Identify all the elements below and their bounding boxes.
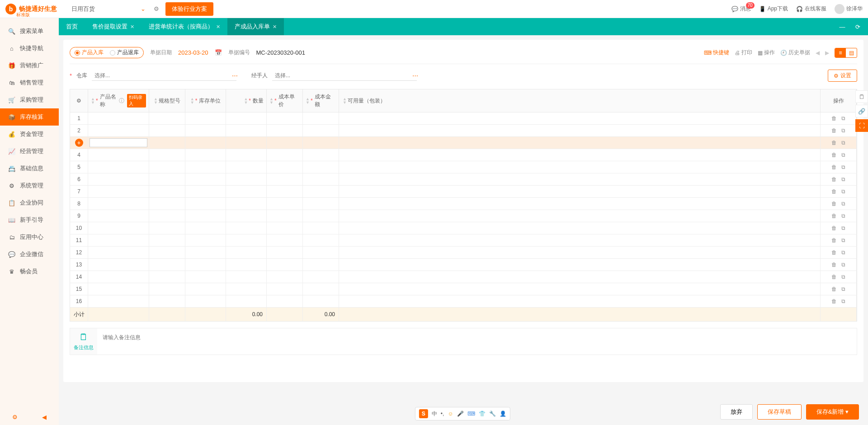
delete-icon[interactable]: 🗑 <box>831 237 837 243</box>
copy-icon[interactable]: ⧉ <box>841 164 845 170</box>
cell-name[interactable] <box>88 222 149 234</box>
view-list-button[interactable]: ≡ <box>835 48 846 57</box>
table-row[interactable]: 5🗑⧉ <box>70 161 857 173</box>
tool-note-icon[interactable]: 🗒 <box>855 90 868 103</box>
cell-amount[interactable] <box>303 198 339 210</box>
calendar-icon[interactable]: 📅 <box>215 49 222 56</box>
col-amount[interactable]: ▲▼ *成本金额 <box>303 89 339 112</box>
delete-icon[interactable]: 🗑 <box>831 176 837 182</box>
cell-spec[interactable] <box>149 186 185 197</box>
sidebar-item[interactable]: ⌂快捷导航 <box>0 40 59 57</box>
sidebar-item[interactable]: 📖新手引导 <box>0 211 59 229</box>
cell-unit[interactable] <box>185 222 226 234</box>
cell-spec[interactable] <box>149 137 185 149</box>
delete-icon[interactable]: 🗑 <box>831 152 837 158</box>
table-row[interactable]: 10🗑⧉ <box>70 222 857 234</box>
category-select[interactable]: 日用百货 ⌄ <box>68 3 149 15</box>
tool-link-icon[interactable]: 🔗 <box>855 105 868 117</box>
cell-amount[interactable] <box>303 112 339 124</box>
settings-button[interactable]: ⚙ 设置 <box>828 70 857 82</box>
cell-unit[interactable] <box>185 271 226 283</box>
cell-unit[interactable] <box>185 161 226 173</box>
sidebar-item[interactable]: 📇基础信息 <box>0 160 59 177</box>
cell-price[interactable] <box>267 149 303 161</box>
close-icon[interactable]: ✕ <box>130 24 134 30</box>
cell-unit[interactable] <box>185 210 226 222</box>
copy-icon[interactable]: ⧉ <box>841 249 845 256</box>
cell-amount[interactable] <box>303 186 339 197</box>
cell-qty[interactable] <box>226 234 267 246</box>
cell-spec[interactable] <box>149 259 185 271</box>
cell-amount[interactable] <box>303 161 339 173</box>
col-qty[interactable]: ▲▼ *数量 <box>226 89 267 112</box>
cell-price[interactable] <box>267 210 303 222</box>
table-row[interactable]: 16🗑⧉ <box>70 295 857 308</box>
cell-spec[interactable] <box>149 198 185 210</box>
cell-qty[interactable] <box>226 149 267 161</box>
app-download-button[interactable]: 📱 App下载 <box>759 5 788 13</box>
cell-spec[interactable] <box>149 112 185 124</box>
cell-amount[interactable] <box>303 271 339 283</box>
cell-available[interactable] <box>339 295 821 307</box>
cell-available[interactable] <box>339 161 821 173</box>
cell-amount[interactable] <box>303 283 339 295</box>
delete-icon[interactable]: 🗑 <box>831 274 837 280</box>
prev-icon[interactable]: ◀ <box>816 50 820 56</box>
sidebar-item[interactable]: 💰资金管理 <box>0 126 59 143</box>
cell-available[interactable] <box>339 112 821 124</box>
cell-unit[interactable] <box>185 295 226 307</box>
operate-button[interactable]: ▦ 操作 <box>758 49 775 56</box>
cell-qty[interactable] <box>226 186 267 197</box>
cell-amount[interactable] <box>303 125 339 136</box>
cell-available[interactable] <box>339 271 821 283</box>
cell-available[interactable] <box>339 247 821 258</box>
cell-spec[interactable] <box>149 161 185 173</box>
cell-price[interactable] <box>267 259 303 271</box>
copy-icon[interactable]: ⧉ <box>841 127 845 134</box>
sidebar-settings-icon[interactable]: ⚙ <box>12 414 18 420</box>
cell-available[interactable] <box>339 283 821 295</box>
cell-name[interactable] <box>88 125 149 136</box>
sidebar-item[interactable]: 📦库存核算 <box>0 108 59 126</box>
copy-icon[interactable]: ⧉ <box>841 237 845 243</box>
cell-available[interactable] <box>339 210 821 222</box>
cell-qty[interactable] <box>226 125 267 136</box>
discard-button[interactable]: 放弃 <box>720 404 753 420</box>
close-icon[interactable]: ✕ <box>216 24 220 30</box>
save-draft-button[interactable]: 保存草稿 <box>757 404 802 420</box>
cell-available[interactable] <box>339 186 821 197</box>
user-menu[interactable]: 徐泽华 <box>835 4 863 14</box>
delete-icon[interactable]: 🗑 <box>831 225 837 231</box>
table-row[interactable]: 12🗑⧉ <box>70 247 857 259</box>
cell-price[interactable] <box>267 283 303 295</box>
cell-unit[interactable] <box>185 149 226 161</box>
cell-name[interactable] <box>88 161 149 173</box>
cell-available[interactable] <box>339 173 821 185</box>
table-row[interactable]: 14🗑⧉ <box>70 271 857 283</box>
tab[interactable]: 售价提取设置✕ <box>85 18 142 35</box>
cell-unit[interactable] <box>185 137 226 149</box>
handler-input[interactable] <box>272 70 417 81</box>
radio-product-out[interactable]: 产品退库 <box>110 49 139 56</box>
sidebar-item[interactable]: 🔍搜索菜单 <box>0 23 59 40</box>
cell-amount[interactable] <box>303 210 339 222</box>
cell-spec[interactable] <box>149 210 185 222</box>
table-row[interactable]: 8🗑⧉ <box>70 198 857 210</box>
copy-icon[interactable]: ⧉ <box>841 140 845 146</box>
table-row[interactable]: 15🗑⧉ <box>70 283 857 295</box>
cell-amount[interactable] <box>303 222 339 234</box>
cell-name[interactable] <box>88 234 149 246</box>
copy-icon[interactable]: ⧉ <box>841 115 845 121</box>
cell-qty[interactable] <box>226 198 267 210</box>
scan-badge[interactable]: 扫码录入 <box>127 94 146 107</box>
cell-spec[interactable] <box>149 173 185 185</box>
cell-available[interactable] <box>339 259 821 271</box>
cell-spec[interactable] <box>149 234 185 246</box>
cell-name[interactable] <box>88 247 149 258</box>
cell-price[interactable] <box>267 125 303 136</box>
cell-amount[interactable] <box>303 295 339 307</box>
cell-qty[interactable] <box>226 137 267 149</box>
history-button[interactable]: 🕘 历史单据 <box>780 49 810 56</box>
cell-spec[interactable] <box>149 271 185 283</box>
table-row[interactable]: 2🗑⧉ <box>70 125 857 137</box>
